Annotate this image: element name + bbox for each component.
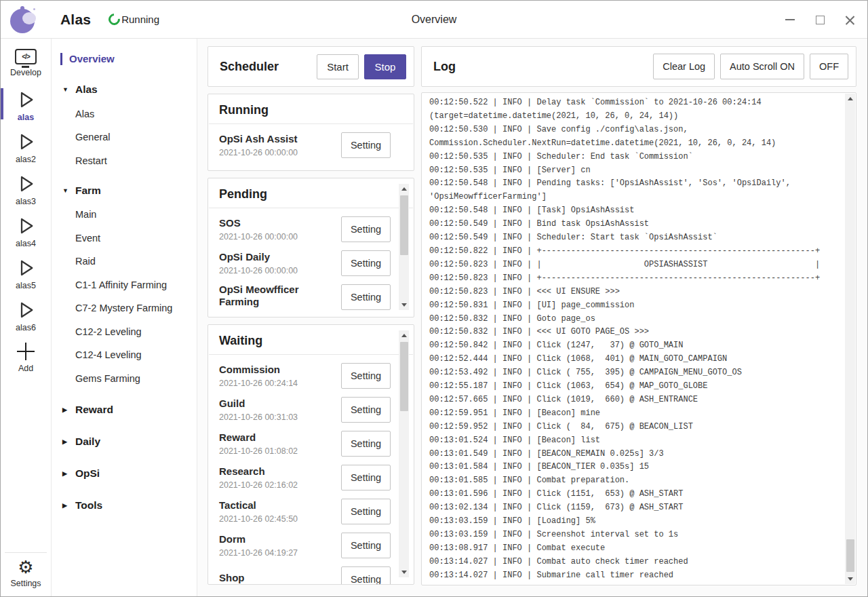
task-item: Tactical 2021-10-26 02:45:50 Setting: [219, 495, 414, 528]
task-setting-button[interactable]: Setting: [341, 132, 391, 158]
rail-item-alas[interactable]: alas: [1, 84, 51, 126]
rail-item-settings[interactable]: ⚙ Settings: [1, 553, 51, 596]
nav-item-general[interactable]: General: [75, 132, 197, 142]
scroll-up-icon[interactable]: [401, 187, 407, 191]
nav-group-farm[interactable]: ▼ Farm: [62, 185, 197, 197]
task-name: OpSi Daily: [219, 251, 340, 263]
pending-title: Pending: [219, 187, 403, 201]
autoscroll-on-button[interactable]: Auto Scroll ON: [720, 54, 804, 79]
nav-group-daily[interactable]: ▶ Daily: [62, 436, 197, 448]
main-content: Scheduler Start Stop Running OpSi Ash As…: [197, 39, 867, 596]
start-button[interactable]: Start: [317, 54, 359, 79]
task-setting-button[interactable]: Setting: [341, 499, 391, 524]
play-icon: [15, 89, 37, 111]
task-setting-button[interactable]: Setting: [341, 363, 391, 389]
task-name: OpSi Ash Assist: [219, 133, 340, 145]
autoscroll-off-button[interactable]: OFF: [810, 54, 848, 79]
log-line: 00:13:03.159 | INFO | [Loading] 5%: [429, 515, 840, 528]
task-name: Research: [219, 465, 340, 478]
task-next-run-time: 2021-10-26 01:08:02: [219, 446, 340, 456]
task-setting-button[interactable]: Setting: [341, 397, 391, 423]
stop-button[interactable]: Stop: [364, 54, 406, 79]
log-line: 00:12:50.823 | INFO | +-----------------…: [429, 272, 840, 286]
scrollbar-thumb[interactable]: [400, 342, 408, 411]
scroll-down-icon[interactable]: [401, 571, 407, 574]
log-line: 00:12:50.842 | INFO | Click (1247, 37) @…: [429, 339, 840, 353]
rail-item-alas3[interactable]: alas3: [1, 168, 51, 210]
nav-group-alas[interactable]: ▼ Alas: [62, 83, 197, 96]
nav-item-c12-2-leveling[interactable]: C12-2 Leveling: [75, 326, 197, 337]
task-name: SOS: [219, 217, 340, 229]
task-name: Reward: [219, 431, 340, 444]
task-next-run-time: 2021-10-26 00:31:03: [219, 412, 340, 422]
nav-item-restart[interactable]: Restart: [75, 155, 197, 166]
log-line: 00:13:01.585 | INFO | Combat preparation…: [429, 474, 840, 488]
nav-item-event[interactable]: Event: [75, 233, 197, 244]
log-line: 00:12:59.952 | INFO | Click ( 84, 675) @…: [429, 421, 840, 434]
nav-group-reward[interactable]: ▶ Reward: [62, 404, 197, 416]
log-line: 00:12:50.530 | INFO | Save config ./conf…: [429, 123, 840, 137]
scroll-up-icon[interactable]: [848, 97, 853, 100]
log-line: 00:12:50.535 | INFO | Scheduler: End tas…: [429, 151, 840, 164]
log-line: 00:12:50.548 | INFO | Pending tasks: ['O…: [429, 177, 840, 191]
task-item: OpSi Ash Assist 2021-10-26 00:00:00 Sett…: [219, 128, 414, 162]
pending-scrollbar[interactable]: [399, 184, 409, 310]
task-name: Guild: [219, 398, 340, 410]
task-setting-button[interactable]: Setting: [341, 465, 391, 490]
plus-icon: [16, 341, 35, 362]
nav-item-overview[interactable]: Overview: [60, 53, 197, 65]
nav-group-tools[interactable]: ▶ Tools: [62, 499, 197, 512]
log-line: 00:12:50.548 | INFO | [Task] OpsiAshAssi…: [429, 204, 840, 218]
task-next-run-time: 2021-10-26 00:00:00: [219, 148, 340, 157]
nav-item-raid[interactable]: Raid: [75, 256, 197, 267]
task-item: Shop Setting: [219, 562, 414, 585]
running-list: OpSi Ash Assist 2021-10-26 00:00:00 Sett…: [208, 124, 414, 162]
scrollbar-thumb[interactable]: [400, 195, 408, 255]
log-line: 00:13:02.134 | INFO | Click (1159, 673) …: [429, 501, 840, 515]
task-next-run-time: 2021-10-26 00:24:14: [219, 379, 340, 388]
task-setting-button[interactable]: Setting: [341, 216, 391, 242]
rail-item-add[interactable]: Add: [1, 336, 51, 377]
scroll-up-icon[interactable]: [401, 334, 407, 337]
nav-item-alas[interactable]: Alas: [75, 109, 197, 119]
task-setting-button[interactable]: Setting: [341, 250, 391, 276]
rail-item-alas5[interactable]: alas5: [1, 252, 51, 294]
nav-item-c1-1-affinity-farming[interactable]: C1-1 Affinity Farming: [75, 280, 197, 290]
clear-log-button[interactable]: Clear Log: [653, 54, 715, 79]
nav-item-main[interactable]: Main: [75, 209, 197, 220]
log-output: 00:12:50.522 | INFO | Delay task `Commis…: [421, 92, 856, 585]
task-setting-button[interactable]: Setting: [341, 431, 391, 457]
nav-item-c7-2-mystery-farming[interactable]: C7-2 Mystery Farming: [75, 303, 197, 313]
log-line: 00:13:01.596 | INFO | Click (1151, 653) …: [429, 488, 840, 501]
running-spinner-icon: [106, 12, 123, 28]
scrollbar-thumb[interactable]: [846, 539, 854, 572]
task-setting-button[interactable]: Setting: [341, 284, 391, 310]
rail-item-alas4[interactable]: alas4: [1, 210, 51, 252]
close-button[interactable]: [844, 14, 855, 25]
nav-group-label: Tools: [75, 499, 102, 512]
log-scrollbar[interactable]: [845, 94, 855, 584]
task-name: Dorm: [219, 533, 340, 545]
rail-item-alas6[interactable]: alas6: [1, 294, 51, 336]
nav-item-c12-4-leveling[interactable]: C12-4 Leveling: [75, 349, 197, 360]
app-logo-icon: [10, 6, 37, 33]
task-setting-button[interactable]: Setting: [341, 566, 391, 585]
nav-item-gems-farming[interactable]: Gems Farming: [75, 373, 197, 384]
rail-item-develop[interactable]: Develop: [1, 44, 51, 84]
task-name: OpSi Meowfficer Farming: [219, 284, 340, 308]
scroll-down-icon[interactable]: [848, 577, 853, 581]
maximize-button[interactable]: [814, 14, 825, 25]
nav-group-label: Farm: [75, 185, 101, 197]
minimize-button[interactable]: [785, 14, 795, 25]
log-line: 00:13:01.549 | INFO | [BEACON_REMAIN 0.0…: [429, 448, 840, 461]
task-item: Commission 2021-10-26 00:24:14 Setting: [219, 359, 414, 393]
nav-group-opsi[interactable]: ▶ OpSi: [62, 467, 197, 480]
scroll-down-icon[interactable]: [401, 303, 407, 307]
rail-item-alas2[interactable]: alas2: [1, 126, 51, 168]
waiting-title: Waiting: [219, 334, 403, 348]
task-setting-button[interactable]: Setting: [341, 533, 391, 558]
scheduler-panel: Scheduler Start Stop: [208, 46, 414, 87]
waiting-scrollbar[interactable]: [399, 330, 409, 577]
chevron-down-icon: ▼: [62, 86, 69, 93]
log-line: 00:12:50.535 | INFO | [Server] cn: [429, 164, 840, 178]
